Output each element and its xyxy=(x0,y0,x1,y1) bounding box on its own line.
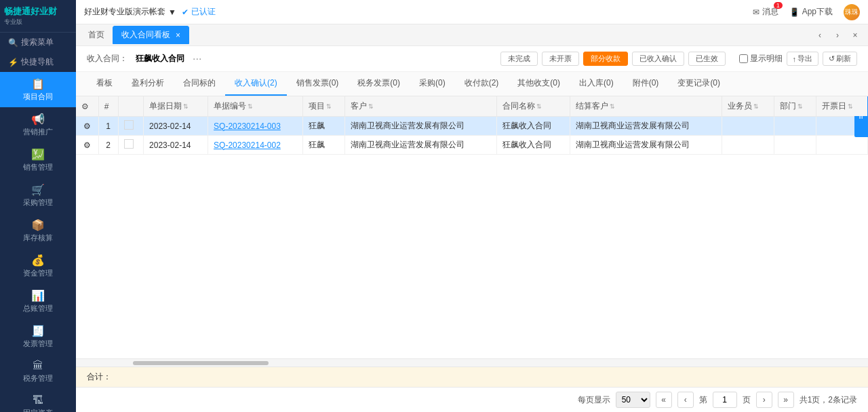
col-header-salesperson[interactable]: 业务员⇅ xyxy=(722,96,774,117)
cell-check[interactable] xyxy=(118,117,144,136)
cell-settle_customer: 湖南卫视商业运营发展有限公司 xyxy=(570,117,722,136)
status-btn-未开票[interactable]: 未开票 xyxy=(542,52,579,66)
bill-no-link[interactable]: SQ-20230214-003 xyxy=(214,121,281,131)
scroll-thumb[interactable] xyxy=(133,361,269,365)
cell-salesperson xyxy=(722,117,774,136)
col-header-department[interactable]: 部门⇅ xyxy=(774,96,816,117)
contract-header: 收入合同： 狂飙收入合同 ··· 未完成未开票部分收款已收入确认已生效 显示明细… xyxy=(76,46,868,72)
show-detail-checkbox[interactable]: 显示明细 xyxy=(739,52,783,66)
sidebar-item-tax[interactable]: 🏛税务管理 xyxy=(0,354,76,389)
scroll-bar[interactable] xyxy=(76,358,868,367)
refresh-btn[interactable]: ↺ 刷新 xyxy=(823,52,857,66)
status-buttons: 未完成未开票部分收款已收入确认已生效 xyxy=(500,52,726,66)
tab-nav-close[interactable]: × xyxy=(848,28,863,43)
last-page-btn[interactable]: » xyxy=(778,392,794,408)
sidebar-item-sales[interactable]: 💹销售管理 xyxy=(0,143,76,178)
header-actions: 显示明细 ↑ 导出 ↺ 刷新 xyxy=(739,52,858,66)
next-page-btn[interactable]: › xyxy=(756,392,772,408)
sidebar-item-inventory[interactable]: 📦库存核算 xyxy=(0,213,76,248)
search-menu-btn[interactable]: 🔍 搜索菜单 xyxy=(0,33,76,52)
col-header-bill_no[interactable]: 单据编号⇅ xyxy=(208,96,303,117)
sort-icon-contract_name: ⇅ xyxy=(536,103,542,110)
row-checkbox[interactable] xyxy=(124,120,134,130)
subtab-other_income[interactable]: 其他收支(0) xyxy=(508,72,570,96)
message-btn[interactable]: ✉ 1 消息 xyxy=(753,6,778,18)
contract-label: 收入合同： xyxy=(87,53,127,64)
sidebar-item-general[interactable]: 📊总账管理 xyxy=(0,284,76,319)
subtab-outbound[interactable]: 出入库(0) xyxy=(570,72,623,96)
sort-icon-department: ⇅ xyxy=(797,103,803,110)
subtab-profit[interactable]: 盈利分析 xyxy=(122,72,174,96)
cell-date: 2023-02-14 xyxy=(144,136,208,155)
quick-nav-icon: ⚡ xyxy=(8,58,18,67)
app-name: 畅捷通好业财 xyxy=(4,5,72,18)
tab-income-contract[interactable]: 收入合同看板 × xyxy=(113,26,189,44)
show-detail-input[interactable] xyxy=(739,54,748,63)
sidebar-item-funds[interactable]: 💰资金管理 xyxy=(0,248,76,284)
sort-icon-settle_customer: ⇅ xyxy=(610,103,615,110)
cell-bill_no[interactable]: SQ-20230214-003 xyxy=(208,117,303,136)
quick-nav-btn[interactable]: ⚡ 快捷导航 xyxy=(0,52,76,72)
cell-setting: ⚙ xyxy=(76,136,98,155)
company-selector[interactable]: 好业财专业版演示帐套 ▼ xyxy=(84,6,176,18)
tab-nav-next[interactable]: › xyxy=(830,28,845,43)
table-row[interactable]: ⚙12023-02-14SQ-20230214-003狂飙湖南卫视商业运营发展有… xyxy=(76,117,868,136)
col-header-contract_name[interactable]: 合同名称⇅ xyxy=(497,96,570,117)
search-icon: 🔍 xyxy=(8,38,18,48)
per-page-select[interactable]: 2050100 xyxy=(616,392,650,408)
subtab-attachment[interactable]: 附件(0) xyxy=(623,72,669,96)
sidebar-item-fixed[interactable]: 🏗固定资产 xyxy=(0,389,76,412)
export-btn[interactable]: ↑ 导出 xyxy=(787,52,819,66)
col-header-date[interactable]: 单据日期⇅ xyxy=(144,96,208,117)
table-area[interactable]: ⚙#单据日期⇅单据编号⇅项目⇅客户⇅合同名称⇅结算客户⇅业务员⇅部门⇅开票日⇅ … xyxy=(76,96,868,358)
page-label: 第 xyxy=(699,394,707,406)
download-icon: 📱 xyxy=(789,7,800,17)
row-checkbox[interactable] xyxy=(124,139,134,149)
app-download-btn[interactable]: 📱 App下载 xyxy=(789,6,833,18)
subtab-change_log[interactable]: 变更记录(0) xyxy=(668,72,730,96)
subtab-kanban[interactable]: 看板 xyxy=(87,72,122,96)
table-footer: 合计： xyxy=(76,367,868,387)
status-btn-未完成[interactable]: 未完成 xyxy=(500,52,538,66)
user-avatar[interactable]: 珠珠 xyxy=(844,4,860,20)
cell-num: 2 xyxy=(98,136,118,155)
bill-no-link[interactable]: SQ-20230214-002 xyxy=(214,141,281,150)
tab-home[interactable]: 首页 xyxy=(81,26,111,43)
cell-setting: ⚙ xyxy=(76,117,98,136)
status-btn-已收入确认[interactable]: 已收入确认 xyxy=(632,52,684,66)
subtab-purchase[interactable]: 采购(0) xyxy=(410,72,455,96)
check-icon: ✔ xyxy=(182,7,189,17)
page-input[interactable] xyxy=(713,392,737,408)
table-row[interactable]: ⚙22023-02-14SQ-20230214-002狂飙湖南卫视商业运营发展有… xyxy=(76,136,868,155)
col-header-num: # xyxy=(98,96,118,117)
first-page-btn[interactable]: « xyxy=(656,392,672,408)
subtab-payment[interactable]: 收付款(2) xyxy=(455,72,509,96)
sidebar-item-invoice[interactable]: 🧾发票管理 xyxy=(0,319,76,354)
per-page-label: 每页显示 xyxy=(578,394,610,406)
cell-date: 2023-02-14 xyxy=(144,117,208,136)
tab-nav-prev[interactable]: ‹ xyxy=(812,28,827,43)
col-header-customer[interactable]: 客户⇅ xyxy=(345,96,497,117)
subtab-sales_invoice[interactable]: 销售发票(0) xyxy=(287,72,349,96)
marketing-icon: 📢 xyxy=(31,113,45,126)
sort-icon-bill_date2: ⇅ xyxy=(848,103,853,110)
sidebar-item-purchase[interactable]: 🛒采购管理 xyxy=(0,178,76,213)
col-header-settle_customer[interactable]: 结算客户⇅ xyxy=(570,96,722,117)
subtab-income_confirm[interactable]: 收入确认(2) xyxy=(225,72,287,96)
sidebar-item-marketing[interactable]: 📢营销推广 xyxy=(0,107,76,143)
tab-close-icon[interactable]: × xyxy=(176,31,180,40)
contract-more-btn[interactable]: ··· xyxy=(193,53,201,65)
col-header-project[interactable]: 项目⇅ xyxy=(303,96,345,117)
status-btn-部分收款[interactable]: 部分收款 xyxy=(583,52,628,66)
cell-check[interactable] xyxy=(118,136,144,155)
subtab-tax_invoice[interactable]: 税务发票(0) xyxy=(348,72,410,96)
cell-customer: 湖南卫视商业运营发展有限公司 xyxy=(345,117,497,136)
cell-bill_no[interactable]: SQ-20230214-002 xyxy=(208,136,303,155)
status-btn-已生效[interactable]: 已生效 xyxy=(688,52,726,66)
prev-page-btn[interactable]: ‹ xyxy=(677,392,694,408)
sidebar-item-project[interactable]: 📋项目合同 xyxy=(0,72,76,107)
col-header-bill_date2[interactable]: 开票日⇅ xyxy=(816,96,867,117)
cell-contract_name: 狂飙收入合同 xyxy=(497,117,570,136)
sort-icon-customer: ⇅ xyxy=(368,103,374,110)
subtab-contract_standard[interactable]: 合同标的 xyxy=(174,72,225,96)
